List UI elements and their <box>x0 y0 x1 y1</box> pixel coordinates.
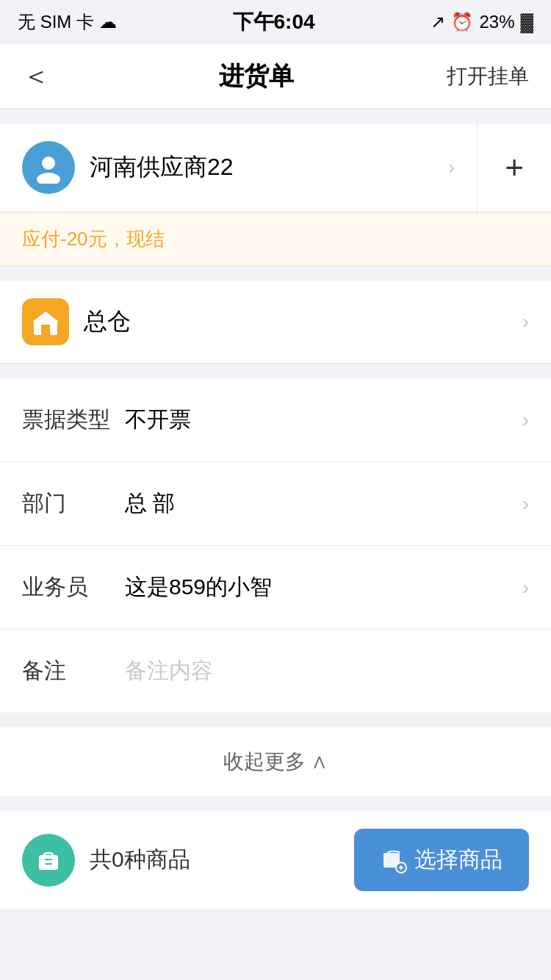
salesperson-row[interactable]: 业务员 这是859的小智 › <box>0 546 551 630</box>
department-value: 总 部 <box>125 489 515 519</box>
notice-banner: 应付-20元，现结 <box>0 212 551 266</box>
warehouse-icon <box>22 298 69 345</box>
svg-rect-5 <box>39 855 58 870</box>
invoice-type-row[interactable]: 票据类型 不开票 › <box>0 378 551 462</box>
invoice-type-label: 票据类型 <box>22 405 125 435</box>
supplier-name: 河南供应商22 <box>90 151 441 184</box>
remark-label: 备注 <box>22 656 125 686</box>
svg-marker-3 <box>32 311 59 322</box>
battery-percent: 23% <box>479 12 514 32</box>
collapse-label: 收起更多 ∧ <box>223 748 328 776</box>
open-pending-button[interactable]: 打开挂单 <box>447 62 529 90</box>
sim-signal: 无 SIM 卡 ☁ <box>18 10 117 34</box>
salesperson-value: 这是859的小智 <box>125 572 515 602</box>
department-row[interactable]: 部门 总 部 › <box>0 462 551 546</box>
select-product-button[interactable]: 选择商品 <box>354 829 529 891</box>
collapse-section[interactable]: 收起更多 ∧ <box>0 727 551 796</box>
battery-icon: ▓ <box>520 12 533 32</box>
svg-rect-4 <box>41 325 50 335</box>
location-icon: ↗ <box>431 12 445 32</box>
svg-point-0 <box>42 156 55 170</box>
product-count: 共0种商品 <box>90 845 339 875</box>
product-cart-icon <box>22 834 75 887</box>
warehouse-section[interactable]: 总仓 › <box>0 281 551 364</box>
warehouse-name: 总仓 <box>84 306 515 338</box>
select-product-label: 选择商品 <box>414 845 503 875</box>
status-right: ↗ ⏰ 23% ▓ <box>431 12 533 32</box>
supplier-avatar <box>22 141 75 194</box>
alarm-icon: ⏰ <box>451 12 473 32</box>
form-section: 票据类型 不开票 › 部门 总 部 › 业务员 这是859的小智 › 备注 备注… <box>0 378 551 713</box>
nav-bar: ＜ 进货单 打开挂单 <box>0 44 551 109</box>
remaining-background <box>0 909 551 980</box>
supplier-selector[interactable]: 河南供应商22 › <box>0 123 478 212</box>
invoice-type-value: 不开票 <box>125 405 515 435</box>
bottom-bar: 共0种商品 选择商品 <box>0 811 551 909</box>
back-button[interactable]: ＜ <box>22 57 66 95</box>
remark-row[interactable]: 备注 备注内容 <box>0 630 551 713</box>
status-bar: 无 SIM 卡 ☁ 下午6:04 ↗ ⏰ 23% ▓ <box>0 0 551 44</box>
status-left: 无 SIM 卡 ☁ <box>18 10 117 34</box>
department-chevron-icon: › <box>522 492 529 516</box>
remark-input[interactable]: 备注内容 <box>125 656 529 686</box>
status-time: 下午6:04 <box>233 8 315 36</box>
content-area: 河南供应商22 › + 应付-20元，现结 总仓 › 票据类型 不开票 › 部门… <box>0 123 551 980</box>
page-title: 进货单 <box>219 60 294 93</box>
department-label: 部门 <box>22 489 125 519</box>
salesperson-chevron-icon: › <box>522 576 529 599</box>
svg-point-1 <box>37 173 60 184</box>
salesperson-label: 业务员 <box>22 572 125 602</box>
supplier-chevron-icon: › <box>448 156 455 179</box>
add-supplier-button[interactable]: + <box>478 131 551 203</box>
supplier-section: 河南供应商22 › + <box>0 123 551 212</box>
invoice-type-chevron-icon: › <box>522 408 529 432</box>
warehouse-chevron-icon: › <box>522 310 529 334</box>
